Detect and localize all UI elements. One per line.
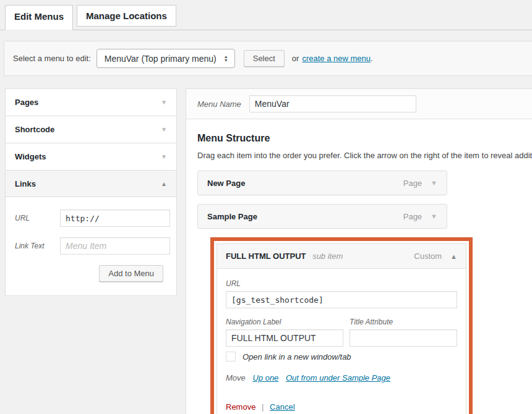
nav-tabs: Edit Menus Manage Locations (0, 0, 532, 30)
remove-link[interactable]: Remove (226, 402, 255, 412)
select-menu-label: Select a menu to edit: (13, 54, 91, 63)
menu-item-type: Page (403, 212, 422, 221)
menu-editor-card: Menu Name Menu Structure Drag each item … (186, 88, 532, 414)
tab-manage-locations[interactable]: Manage Locations (77, 5, 176, 27)
panel-pages-title: Pages (15, 98, 38, 107)
move-out-from-under-link[interactable]: Out from under Sample Page (286, 373, 390, 382)
menu-item-sample-page[interactable]: Sample Page Page ▼ (197, 204, 447, 229)
link-text-label: Link Text (15, 242, 60, 250)
manage-menus-bar: Select a menu to edit: MenuVar (Top prim… (4, 41, 532, 76)
item-url-input[interactable] (226, 291, 457, 308)
title-attribute-label: Title Attribute (350, 318, 457, 326)
sub-item-label: sub item (312, 251, 343, 261)
menu-name-label: Menu Name (197, 99, 241, 109)
panel-widgets: Widgets ▼ (5, 143, 177, 171)
menu-items-sidebar: Pages ▼ Shortcode ▼ Widgets ▼ Links ▲ (5, 88, 177, 296)
panel-pages: Pages ▼ (5, 88, 177, 116)
panel-links-header[interactable]: Links ▲ (6, 171, 176, 197)
panel-links-body: URL Link Text Add to Menu (6, 197, 176, 295)
item-url-label: URL (226, 279, 457, 288)
panel-shortcode-title: Shortcode (15, 125, 54, 134)
link-text-input[interactable] (60, 237, 170, 255)
navigation-label-label: Navigation Label (226, 318, 343, 326)
panel-shortcode: Shortcode ▼ (5, 116, 177, 143)
menu-item-title: New Page (207, 179, 245, 188)
panel-pages-header[interactable]: Pages ▼ (6, 89, 176, 116)
title-attribute-input[interactable] (350, 329, 457, 347)
chevron-down-icon[interactable]: ▼ (161, 153, 167, 160)
menu-item-title: Sample Page (207, 212, 257, 221)
chevron-down-icon[interactable]: ▼ (431, 179, 437, 187)
expanded-item-title: FULL HTML OUTPUT (226, 251, 306, 261)
cancel-link[interactable]: Cancel (270, 402, 294, 412)
url-input[interactable] (60, 209, 170, 227)
menu-select-value: MenuVar (Top primary menu) (105, 54, 217, 64)
panel-widgets-title: Widgets (15, 152, 46, 161)
expanded-item-type: Custom (414, 251, 442, 261)
menu-item-type: Page (403, 179, 422, 188)
navigation-label-input[interactable] (226, 329, 343, 347)
chevron-down-icon[interactable]: ▼ (161, 99, 167, 106)
highlight-annotation-box: FULL HTML OUTPUT sub item Custom ▲ URL (210, 237, 473, 414)
chevron-up-icon[interactable]: ▲ (450, 253, 457, 260)
panel-widgets-header[interactable]: Widgets ▼ (6, 143, 176, 170)
menu-items-list: New Page Page ▼ Sample Page Page ▼ (197, 171, 532, 414)
expanded-item-settings: URL Navigation Label Title Attribute (217, 269, 466, 414)
separator-text: | (262, 402, 264, 412)
open-new-window-label: Open link in a new window/tab (242, 352, 351, 361)
menu-item-full-html-output: FULL HTML OUTPUT sub item Custom ▲ URL (217, 243, 466, 414)
or-text: or (292, 54, 299, 63)
move-label: Move (226, 373, 246, 382)
menu-structure-section: Menu Structure Drag each item into the o… (186, 119, 532, 414)
menu-name-input[interactable] (249, 95, 416, 112)
add-to-menu-button[interactable]: Add to Menu (99, 265, 163, 282)
move-up-one-link[interactable]: Up one (252, 373, 278, 382)
open-new-window-checkbox[interactable] (226, 352, 236, 361)
updown-arrows-icon: ▲▼ (224, 55, 228, 62)
menu-item-new-page[interactable]: New Page Page ▼ (197, 171, 447, 195)
period-text: . (371, 54, 373, 63)
chevron-down-icon[interactable]: ▼ (431, 213, 437, 220)
main-content: Pages ▼ Shortcode ▼ Widgets ▼ Links ▲ (0, 76, 532, 414)
menu-structure-help: Drag each item into the order you prefer… (197, 151, 532, 160)
menu-structure-title: Menu Structure (197, 133, 532, 144)
chevron-down-icon[interactable]: ▼ (161, 126, 167, 133)
url-label: URL (15, 214, 60, 222)
menu-name-row: Menu Name (186, 89, 532, 119)
menu-select-dropdown[interactable]: MenuVar (Top primary menu) ▲▼ (97, 49, 235, 68)
select-button[interactable]: Select (244, 50, 285, 67)
panel-shortcode-header[interactable]: Shortcode ▼ (6, 116, 176, 143)
expanded-item-handle[interactable]: FULL HTML OUTPUT sub item Custom ▲ (217, 244, 466, 269)
tab-edit-menus[interactable]: Edit Menus (5, 5, 73, 30)
create-new-menu-link[interactable]: create a new menu (302, 54, 371, 63)
panel-links: Links ▲ URL Link Text Add to Menu (5, 170, 177, 296)
panel-links-title: Links (15, 179, 36, 188)
chevron-up-icon[interactable]: ▲ (161, 180, 167, 187)
